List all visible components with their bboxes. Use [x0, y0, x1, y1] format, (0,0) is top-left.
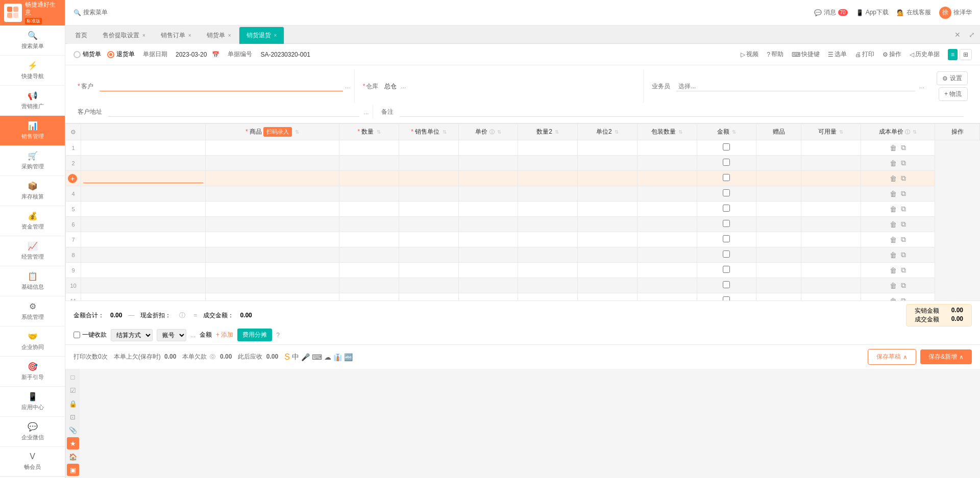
right-panel-btn-5[interactable]: 📎	[67, 424, 79, 436]
gift-checkbox[interactable]	[723, 250, 730, 258]
settings-button[interactable]: ⚙ 设置	[937, 71, 968, 85]
sidebar-item-operations[interactable]: 📈 经营管理	[0, 236, 65, 266]
right-panel-btn-2[interactable]: ☑	[67, 384, 79, 396]
tab-maximize-icon[interactable]: ⤢	[966, 29, 978, 41]
remark-input[interactable]	[400, 107, 964, 117]
delete-row-button[interactable]: 🗑	[889, 235, 898, 245]
unit-price-info-icon[interactable]: ⓘ	[489, 129, 495, 135]
copy-row-button[interactable]: ⧉	[900, 249, 907, 260]
online-service-button[interactable]: 💁 在线客服	[897, 8, 931, 17]
copy-row-button[interactable]: ⧉	[900, 265, 907, 275]
account-select[interactable]: 账号	[157, 329, 186, 341]
add-row-button[interactable]: +	[68, 174, 77, 183]
gift-checkbox[interactable]	[723, 205, 730, 212]
view-list-button[interactable]: ≡	[948, 49, 958, 60]
tab-close-sales-return[interactable]: ×	[274, 33, 277, 38]
app-download-button[interactable]: 📱 App下载	[856, 8, 889, 17]
tab-close-all-icon[interactable]: ✕	[951, 29, 964, 41]
tab-sales-return[interactable]: 销货退货 ×	[239, 27, 285, 44]
delete-row-button[interactable]: 🗑	[889, 265, 898, 275]
gift-checkbox[interactable]	[723, 189, 730, 196]
right-panel-btn-3[interactable]: 🔒	[67, 397, 79, 410]
sidebar-item-finance[interactable]: 💰 资金管理	[0, 206, 65, 236]
sidebar-item-apps[interactable]: 📱 应用中心	[0, 387, 65, 417]
delete-row-button[interactable]: 🗑	[889, 219, 898, 230]
delete-row-button[interactable]: 🗑	[889, 158, 898, 168]
toolbar-video[interactable]: ▷ 视频	[737, 48, 763, 61]
copy-row-button[interactable]: ⧉	[900, 204, 907, 214]
save-new-button[interactable]: 保存&新增 ∧	[920, 349, 972, 364]
sidebar-item-quick-nav[interactable]: ⚡ 快捷导航	[0, 56, 65, 86]
gift-checkbox[interactable]	[723, 159, 730, 166]
gift-checkbox[interactable]	[723, 220, 730, 227]
gift-checkbox[interactable]	[723, 235, 730, 242]
sidebar-item-search[interactable]: 🔍 搜索菜单	[0, 26, 65, 56]
pkg-sort-icon[interactable]: ⇅	[678, 129, 682, 135]
sidebar-item-marketing[interactable]: 📢 营销推广	[0, 86, 65, 116]
sidebar-item-newbie[interactable]: 🎯 新手引导	[0, 357, 65, 387]
tab-sales-order[interactable]: 销售订单 ×	[153, 27, 199, 44]
gift-checkbox[interactable]	[723, 174, 730, 181]
sidebar-item-system[interactable]: ⚙ 系统管理	[0, 296, 65, 326]
sidebar-item-wechat[interactable]: 💬 企业微信	[0, 417, 65, 447]
tab-sales-delivery[interactable]: 销货单 ×	[199, 27, 239, 44]
salesman-input[interactable]	[676, 82, 915, 91]
tab-close-sales-delivery[interactable]: ×	[228, 33, 231, 38]
salesman-dots-button[interactable]: ...	[919, 83, 924, 90]
gift-checkbox[interactable]	[723, 296, 730, 300]
radio-sales[interactable]: 销货单	[74, 50, 101, 59]
customer-dots-button[interactable]: ...	[345, 83, 350, 90]
unit2-sort-icon[interactable]: ⇅	[615, 129, 619, 135]
right-panel-btn-8[interactable]: ▣	[67, 464, 79, 476]
tab-home[interactable]: 首页	[67, 27, 95, 44]
product-input[interactable]	[83, 173, 203, 183]
add-button[interactable]: + 添加	[216, 331, 233, 339]
right-panel-btn-6[interactable]: ★	[67, 437, 79, 449]
radio-return[interactable]: 退货单	[107, 50, 135, 59]
right-panel-btn-1[interactable]: □	[67, 371, 79, 383]
logistics-button[interactable]: + 物流	[939, 87, 968, 101]
user-menu[interactable]: 徐 徐泽华	[939, 7, 972, 19]
copy-row-button[interactable]: ⧉	[900, 295, 907, 300]
delete-row-button[interactable]: 🗑	[889, 250, 898, 260]
sidebar-item-sales[interactable]: 📊 销售管理	[0, 116, 65, 146]
one-click-checkbox[interactable]	[74, 332, 80, 338]
payment-method-select[interactable]: 结算方式	[111, 329, 153, 341]
toolbar-print[interactable]: 🖨 打印	[851, 48, 878, 61]
price-sort-icon[interactable]: ⇅	[497, 129, 501, 135]
delete-row-button[interactable]: 🗑	[889, 173, 898, 184]
copy-row-button[interactable]: ⧉	[900, 188, 907, 199]
message-button[interactable]: 💬 消息 70	[814, 8, 848, 17]
sidebar-item-member[interactable]: V 畅会员	[0, 447, 65, 476]
copy-row-button[interactable]: ⧉	[900, 219, 907, 230]
customer-input[interactable]	[100, 82, 343, 91]
account-dots[interactable]: ...	[190, 332, 195, 339]
tab-price-setting[interactable]: 售价提取设置 ×	[95, 27, 153, 44]
delete-row-button[interactable]: 🗑	[889, 189, 898, 199]
copy-row-button[interactable]: ⧉	[900, 142, 907, 153]
amount-sort-icon[interactable]: ⇅	[732, 129, 736, 135]
fenyong-button[interactable]: 费用分摊	[237, 329, 272, 341]
gift-checkbox[interactable]	[723, 266, 730, 273]
cost-sort-icon[interactable]: ⇅	[913, 129, 917, 135]
tab-close-sales-order[interactable]: ×	[188, 33, 191, 38]
gift-checkbox[interactable]	[723, 143, 730, 150]
toolbar-help[interactable]: ? 帮助	[763, 48, 788, 61]
right-panel-btn-7[interactable]: 🏠	[67, 450, 79, 463]
delete-row-button[interactable]: 🗑	[889, 204, 898, 214]
copy-row-button[interactable]: ⧉	[900, 234, 907, 245]
copy-row-button[interactable]: ⧉	[900, 158, 907, 168]
qty-sort-icon[interactable]: ⇅	[377, 129, 381, 135]
scan-input-button[interactable]: 扫码录入	[263, 127, 292, 137]
delete-row-button[interactable]: 🗑	[889, 296, 898, 301]
topbar-search[interactable]: 🔍 搜索菜单	[74, 8, 108, 17]
address-input[interactable]	[108, 107, 359, 117]
one-click-payment-check[interactable]: 一键收款	[74, 331, 107, 339]
cost-price-info-icon[interactable]: ⓘ	[905, 129, 910, 135]
delete-row-button[interactable]: 🗑	[889, 143, 898, 153]
col-settings-icon[interactable]: ⚙	[68, 129, 79, 136]
tab-close-price-setting[interactable]: ×	[142, 33, 145, 38]
sidebar-item-inventory[interactable]: 📦 库存核算	[0, 176, 65, 206]
toolbar-history[interactable]: ◁ 历史单据	[905, 48, 944, 61]
gift-checkbox[interactable]	[723, 281, 730, 288]
